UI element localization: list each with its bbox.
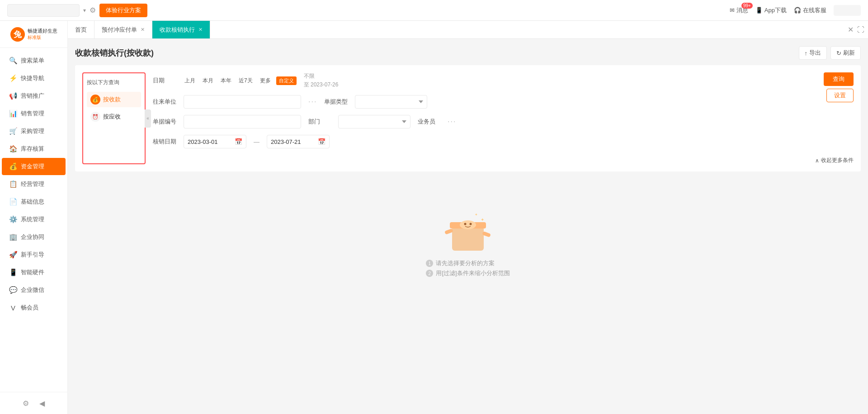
date-shortcut-group: 上月 本月 本年 近7天 更多 自定义 [183,76,297,86]
doc-no-label: 单据编号 [153,118,176,126]
sidebar-item-basic-info[interactable]: 📄 基础信息 [2,193,66,210]
main-layout: 兔 畅捷通好生意 标准版 🔍 搜索菜单 ⚡ 快捷导航 📢 营销推广 📊 销售管理 [0,21,868,414]
sidebar-item-purchase[interactable]: 🛒 采购管理 [2,123,66,140]
tab-close-all-icon[interactable]: ✕ [848,25,854,34]
partner-dots-icon[interactable]: ··· [308,98,317,106]
wechat-icon: 💬 [9,286,17,294]
date-separator: — [254,138,259,145]
calendar-start-icon[interactable]: 📅 [235,138,242,145]
date-shortcut-this-month[interactable]: 本月 [201,76,215,86]
empty-state: ✦ ✦ 1 请先选择要分析的方案 2 用[过滤]条件来缩小分析范围 [75,171,861,314]
content-area: 首页 预付冲应付单 ✕ 收款核销执行 ✕ ✕ ⛶ 收款核销执行(按收款) [68,21,868,414]
staff-dots-icon[interactable]: ··· [448,118,456,126]
message-icon: ✉ [730,7,735,14]
filter-option-by-receivable[interactable]: ⏰ 按应收 [87,109,141,124]
tab-collect[interactable]: 收款核销执行 ✕ [152,21,210,38]
verify-date-end-input[interactable] [271,138,316,145]
by-receipt-icon: 💰 [90,95,100,105]
doc-no-input[interactable] [184,115,301,128]
staff-label: 业务员 [418,118,440,126]
sidebar-item-enterprise[interactable]: 🏢 企业协同 [2,228,66,246]
user-avatar[interactable] [834,5,861,16]
sidebar-item-wechat[interactable]: 💬 企业微信 [2,281,66,299]
sidebar-item-quick-nav[interactable]: ⚡ 快捷导航 [2,70,66,87]
gear-icon[interactable]: ⚙ [90,6,96,14]
sidebar: 兔 畅捷通好生意 标准版 🔍 搜索菜单 ⚡ 快捷导航 📢 营销推广 📊 销售管理 [0,21,68,414]
message-badge: 99+ [741,3,753,9]
enterprise-icon: 🏢 [9,233,17,241]
tab-home[interactable]: 首页 [68,21,94,38]
empty-hint-1-text: 请先选择要分析的方案 [436,259,495,267]
sidebar-item-member[interactable]: V 畅会员 [2,299,66,316]
verify-date-start-input[interactable] [188,138,233,145]
app-icon: 📱 [755,7,763,14]
calendar-end-icon[interactable]: 📅 [318,138,326,145]
filter-sidebar-collapse-btn[interactable]: « [145,109,151,128]
empty-svg-icon: ✦ ✦ [441,208,495,253]
sidebar-settings-btn[interactable]: ⚙ [19,396,33,410]
date-shortcut-last-month[interactable]: 上月 [183,76,197,86]
collapse-more-btn[interactable]: ∧ 收起更多条件 [153,157,854,164]
chevron-up-icon: ∧ [815,157,819,164]
search-placeholder-bar[interactable] [7,4,80,17]
megaphone-icon: 📢 [9,92,17,100]
sidebar-item-system[interactable]: ⚙️ 系统管理 [2,211,66,228]
sidebar-label-guide: 新手引导 [21,251,44,259]
tab-home-label: 首页 [75,26,87,34]
sidebar-item-operations[interactable]: 📋 经营管理 [2,176,66,193]
sidebar-label-operations: 经营管理 [21,180,44,188]
sidebar-item-inventory[interactable]: 🏠 库存核算 [2,140,66,157]
tab-maximize-icon[interactable]: ⛶ [857,26,864,34]
query-btn[interactable]: 查询 [824,72,854,86]
verify-date-label: 核销日期 [153,138,176,146]
sidebar-item-search-menu[interactable]: 🔍 搜索菜单 [2,52,66,69]
empty-hint-1: 1 请先选择要分析的方案 [426,258,509,268]
dept-select[interactable] [338,115,410,128]
sidebar-item-sales[interactable]: 📊 销售管理 [2,105,66,122]
page-title: 收款核销执行(按收款) [75,48,154,58]
export-btn[interactable]: ↑ 导出 [799,46,827,60]
filter-panel: 按以下方查询 💰 按收款 ⏰ 按应收 « [75,65,861,171]
svg-point-2 [460,220,476,229]
app-download-item[interactable]: 📱 App下载 [755,6,787,14]
sidebar-label-purchase: 采购管理 [21,127,44,135]
top-bar: ▾ ⚙ 体验行业方案 ✉ 消息 99+ 📱 App下载 🎧 在线客服 [0,0,868,21]
tab-bar-right: ✕ ⛶ [848,25,868,34]
doc-type-select[interactable] [355,95,427,109]
tab-prepay-close-icon[interactable]: ✕ [141,27,145,33]
date-shortcut-more[interactable]: 更多 [258,76,273,86]
tab-prepay[interactable]: 预付冲应付单 ✕ [94,21,152,38]
date-custom-badge: 自定义 [276,76,297,85]
chart-icon: 📊 [9,109,17,118]
message-icon-wrap[interactable]: ✉ 消息 99+ [730,6,748,14]
svg-text:✦: ✦ [481,217,484,222]
filter-option-by-receipt[interactable]: 💰 按收款 [87,92,141,107]
settings-btn[interactable]: 设置 [826,89,854,102]
sidebar-logo: 兔 畅捷通好生意 标准版 [0,21,67,48]
date-shortcut-7days[interactable]: 近7天 [237,76,255,86]
svg-text:✦: ✦ [475,213,478,217]
logo-icon: 兔 [10,27,25,42]
industry-btn[interactable]: 体验行业方案 [99,4,147,17]
dropdown-chevron-icon[interactable]: ▾ [83,7,86,14]
by-receivable-icon: ⏰ [90,112,100,122]
filter-row-verify-date: 核销日期 📅 — 📅 [153,135,816,148]
sidebar-label-finance: 资金管理 [21,162,44,171]
sidebar-item-smart-hw[interactable]: 📱 智能硬件 [2,264,66,281]
verify-date-start-wrap: 📅 [184,135,246,148]
online-service-item[interactable]: 🎧 在线客服 [794,6,826,14]
sidebar-collapse-btn[interactable]: ◀ [35,396,49,410]
date-shortcut-this-year[interactable]: 本年 [219,76,233,86]
tab-collect-close-icon[interactable]: ✕ [198,27,203,33]
partner-label: 往来单位 [153,98,176,106]
export-icon: ↑ [805,50,808,57]
dept-label: 部门 [308,118,331,126]
empty-hint-2-text: 用[过滤]条件来缩小分析范围 [436,269,509,277]
sidebar-item-finance[interactable]: 💰 资金管理 [2,158,66,175]
sidebar-item-marketing[interactable]: 📢 营销推广 [2,87,66,105]
sidebar-item-guide[interactable]: 🚀 新手引导 [2,246,66,263]
sidebar-label-search-menu: 搜索菜单 [21,57,44,65]
refresh-btn[interactable]: ↻ 刷新 [830,46,861,60]
partner-input[interactable] [184,95,301,109]
doc-icon: 📄 [9,198,17,206]
